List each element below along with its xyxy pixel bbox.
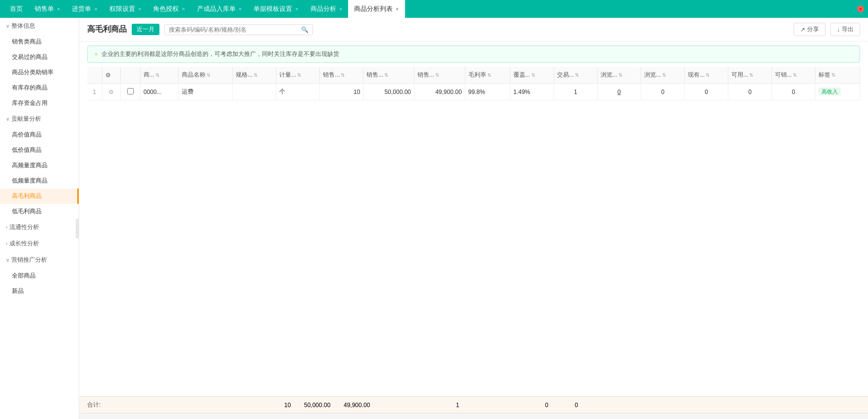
sidebar-group-2[interactable]: ›流通性分析 (0, 219, 79, 235)
col-header-grossMargin[interactable]: 毛利率⇅ (465, 67, 510, 84)
data-table: ⚙商...⇅商品名称⇅规格...⇅计量...⇅销售...⇅销售...⇅销售...… (87, 67, 860, 100)
row-sales-cost-0: 49,900.00 (414, 84, 465, 100)
footer-available: 0 (551, 402, 581, 409)
export-button[interactable]: ↓ 导出 (830, 23, 860, 36)
page-title: 高毛利商品 (87, 24, 127, 35)
col-header-current[interactable]: 现有...⇅ (685, 67, 728, 84)
horizontal-scrollbar[interactable] (79, 413, 868, 419)
col-header-spec[interactable]: 规格...⇅ (233, 67, 276, 84)
nav-close-icon-7[interactable]: × (339, 6, 342, 12)
top-navigation: 首页销售单×进货单×权限设置×角色授权×产成品入库单×单据模板设置×商品分析×商… (0, 0, 868, 18)
nav-close-icon-3[interactable]: × (138, 6, 141, 12)
col-header-salesQty[interactable]: 销售...⇅ (320, 67, 363, 84)
row-checkbox-0[interactable] (120, 84, 140, 100)
nav-close-icon-4[interactable]: × (182, 6, 185, 12)
row-sales-qty-0: 10 (320, 84, 363, 100)
row-views1-0[interactable]: 0 (597, 84, 641, 100)
checkbox-0[interactable] (127, 88, 134, 94)
row-gross-margin-0: 99.8% (465, 84, 510, 100)
nav-close-icon-5[interactable]: × (239, 6, 242, 12)
col-header-unit[interactable]: 计量...⇅ (276, 67, 320, 84)
sidebar-item-0-1[interactable]: 交易过的商品 (0, 49, 79, 65)
views1-link-0[interactable]: 0 (617, 89, 621, 95)
footer-totals: 合计: 10 50,000.00 49,900.00 1 0 0 (79, 396, 868, 413)
sidebar-group-3[interactable]: ›成长性分析 (0, 235, 79, 252)
col-header-name[interactable]: 商品名称⇅ (178, 67, 233, 84)
row-code-0: 0000... (140, 84, 178, 100)
sort-icon-tag: ⇅ (831, 72, 835, 78)
footer-label: 合计: (87, 401, 101, 409)
sidebar-item-0-4[interactable]: 库存资金占用 (0, 95, 79, 111)
sidebar-item-4-1[interactable]: 新品 (0, 283, 79, 299)
col-header-views1[interactable]: 浏览...⇅ (597, 67, 641, 84)
col-header-transaction[interactable]: 交易...⇅ (554, 67, 597, 84)
nav-item-6[interactable]: 单据模板设置× (248, 0, 304, 18)
search-input[interactable] (169, 26, 301, 33)
nav-close-icon-1[interactable]: × (57, 6, 60, 12)
col-header-coverage[interactable]: 覆盖...⇅ (510, 67, 554, 84)
nav-item-5[interactable]: 产成品入库单× (191, 0, 248, 18)
time-filter-button[interactable]: 近一月 (132, 24, 159, 35)
nav-item-3[interactable]: 权限设置× (103, 0, 147, 18)
col-header-tag[interactable]: 标签⇅ (816, 67, 860, 84)
sidebar-item-0-3[interactable]: 有库存的商品 (0, 80, 79, 95)
col-header-salesAmt[interactable]: 销售...⇅ (363, 67, 414, 84)
sidebar-collapse-button[interactable]: 《 (76, 219, 79, 238)
row-sellable-0: 0 (772, 84, 816, 100)
row-settings-0[interactable]: ⚙ (102, 84, 120, 100)
nav-item-7[interactable]: 商品分析× (305, 0, 348, 18)
search-box: 🔍 (164, 24, 313, 35)
footer-sales-cost: 49,900.00 (333, 402, 373, 409)
sidebar-item-1-5[interactable]: 低毛利商品 (0, 204, 79, 219)
nav-close-icon-2[interactable]: × (94, 6, 97, 12)
sidebar-item-1-3[interactable]: 低频量度商品 (0, 173, 79, 188)
search-icon[interactable]: 🔍 (301, 26, 308, 33)
col-header-salesCost[interactable]: 销售...⇅ (414, 67, 465, 84)
share-button[interactable]: ↗ 分享 (794, 23, 825, 36)
col-header-code[interactable]: 商...⇅ (140, 67, 178, 84)
sidebar-group-1[interactable]: ∨贡献量分析 (0, 111, 79, 127)
nav-close-icon-8[interactable]: × (396, 6, 399, 12)
col-header-available[interactable]: 可用...⇅ (728, 67, 772, 84)
content-header: 高毛利商品 近一月 🔍 ↗ 分享 ↓ 导出 (79, 18, 868, 42)
sort-icon-available: ⇅ (749, 72, 753, 78)
col-header-sellable[interactable]: 可销...⇅ (772, 67, 816, 84)
sidebar-item-0-0[interactable]: 销售类商品 (0, 34, 79, 49)
sort-icon-views1: ⇅ (618, 72, 622, 78)
sort-icon-views2: ⇅ (662, 72, 666, 78)
nav-item-0[interactable]: 首页 (4, 0, 29, 18)
share-icon: ↗ (800, 26, 805, 33)
collapse-icon: 《 (77, 224, 79, 233)
sidebar-item-1-2[interactable]: 高频量度商品 (0, 158, 79, 173)
sort-icon-unit: ⇅ (297, 72, 301, 78)
sidebar-item-1-4[interactable]: 高毛利商品 (0, 188, 79, 204)
sidebar-group-0[interactable]: ∨整体信息 (0, 18, 79, 34)
sidebar: 《 ∨整体信息销售类商品交易过的商品商品分类助销率有库存的商品库存资金占用∨贡献… (0, 18, 79, 419)
sidebar-group-4[interactable]: ∨营销推广分析 (0, 252, 79, 268)
nav-item-2[interactable]: 进货单× (66, 0, 103, 18)
col-header-settings: ⚙ (102, 67, 120, 84)
nav-item-4[interactable]: 角色授权× (147, 0, 191, 18)
window-close-button[interactable]: × (857, 5, 864, 12)
sort-icon-salesQty: ⇅ (341, 72, 345, 78)
row-num-0: 1 (87, 84, 102, 100)
footer-transaction: 1 (432, 402, 462, 409)
info-icon: ✧ (94, 51, 99, 58)
group-label-4: 营销推广分析 (11, 256, 47, 264)
footer-sales-amt: 50,000.00 (294, 402, 333, 409)
sidebar-item-1-0[interactable]: 高价值商品 (0, 127, 79, 142)
main-layout: 《 ∨整体信息销售类商品交易过的商品商品分类助销率有库存的商品库存资金占用∨贡献… (0, 18, 868, 419)
sidebar-item-1-1[interactable]: 低价值商品 (0, 142, 79, 158)
nav-close-icon-6[interactable]: × (295, 6, 298, 12)
sidebar-item-4-0[interactable]: 全部商品 (0, 268, 79, 283)
nav-item-8[interactable]: 商品分析列表× (348, 0, 405, 18)
sort-icon-coverage: ⇅ (531, 72, 535, 78)
row-spec-0 (233, 84, 276, 100)
col-header-views2[interactable]: 浏览...⇅ (641, 67, 684, 84)
nav-item-1[interactable]: 销售单× (29, 0, 66, 18)
window-controls: × (857, 5, 864, 12)
sort-icon-grossMargin: ⇅ (487, 72, 491, 78)
table-container[interactable]: ⚙商...⇅商品名称⇅规格...⇅计量...⇅销售...⇅销售...⇅销售...… (79, 67, 868, 396)
group-arrow-icon-2: › (6, 225, 7, 230)
sidebar-item-0-2[interactable]: 商品分类助销率 (0, 65, 79, 80)
